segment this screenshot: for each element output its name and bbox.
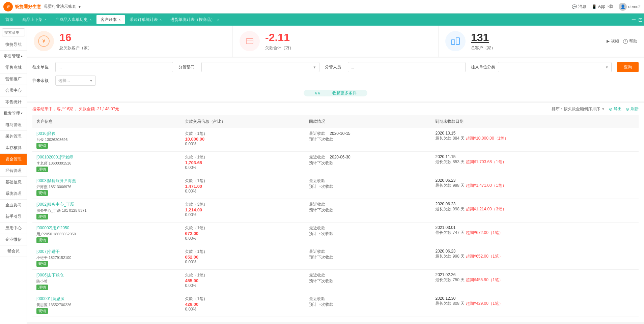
tab-home[interactable]: 首页 xyxy=(1,15,18,24)
avatar: 👤 xyxy=(619,3,627,11)
customer-name[interactable]: [0001020001]李老师 xyxy=(36,154,177,160)
customer-name[interactable]: [000002]用户2050 xyxy=(36,225,177,231)
overdue-amount[interactable]: 超期¥1,471.00（1笔） xyxy=(466,183,506,188)
due-date: 2020.12.30 xyxy=(435,296,635,301)
debt-amount[interactable]: 10,000.00 xyxy=(185,137,301,142)
search-input[interactable] xyxy=(2,28,25,36)
debt-amount[interactable]: 429.00 xyxy=(185,302,301,307)
sidebar-item-operations[interactable]: 经营管理 xyxy=(0,165,27,177)
overdue-amount[interactable]: 超期¥652.00（1笔） xyxy=(466,254,503,259)
user-area[interactable]: 👤 demo2 xyxy=(619,3,641,11)
overdue-amount[interactable]: 超期¥455.90（1笔） xyxy=(466,277,503,282)
sidebar-item-basics[interactable]: 基础信息 xyxy=(0,177,27,188)
customer-cell: [0007]小进干 小进干 18279152100 现销 xyxy=(32,246,181,270)
category-chevron-icon: ▼ xyxy=(605,65,609,69)
collapse-row[interactable]: ∧∧ 收起更多条件 xyxy=(32,89,639,97)
overdue-amount[interactable]: 超期¥10,000.00（1笔） xyxy=(466,136,509,141)
overdue-amount[interactable]: 超期¥1,703.68（1笔） xyxy=(466,159,506,164)
sidebar-item-retail[interactable]: 零售管理 ▲ xyxy=(0,51,27,62)
overdue-amount[interactable]: 超期¥672.00（1笔） xyxy=(466,230,503,235)
store-selector[interactable]: 母婴行业演示账套 ▼ xyxy=(44,4,82,9)
overdue-amount[interactable]: 超期¥1,214.00（3笔） xyxy=(466,207,506,211)
sidebar-item-finance[interactable]: 资金管理 xyxy=(0,154,27,165)
sidebar-item-enterprise[interactable]: 企业协同 xyxy=(0,200,27,211)
debt-amount[interactable]: 455.90 xyxy=(185,278,301,283)
sidebar-item-retail-stats[interactable]: 零售统计 xyxy=(0,96,27,108)
customer-name[interactable]: [0003]畅捷服务尹海燕 xyxy=(36,178,177,184)
tab-instock[interactable]: 进货单统计表（按商品） × xyxy=(166,15,223,24)
filter-row-2: 往来余额 选择... ▼ xyxy=(32,76,639,86)
sidebar-item-retail-mall[interactable]: 零售商城 xyxy=(0,62,27,73)
sidebar-item-member[interactable]: 会员中心 xyxy=(0,85,27,96)
sidebar-ecommerce-label: 电商管理 xyxy=(5,122,22,127)
query-button[interactable]: 查询 xyxy=(617,62,639,72)
tab-production[interactable]: 产成品入库单历史 × xyxy=(51,15,96,24)
stat-label-debt: 欠款合计（万） xyxy=(265,45,293,51)
debt-amount[interactable]: 652.00 xyxy=(185,255,301,260)
customer-cell: [0001020001]李老师 李老师 18600391516 现销 xyxy=(32,152,181,175)
customer-name[interactable]: [0002]服务中心_丁磊 xyxy=(36,202,177,207)
collapse-label: ∧∧ 收起更多条件 xyxy=(304,90,367,96)
sidebar-item-wechat[interactable]: 企业微信 xyxy=(0,234,27,245)
category-select[interactable]: ▼ xyxy=(498,62,612,72)
refresh-btn[interactable]: ⊙ 刷新 xyxy=(626,106,639,112)
minimize-btn[interactable]: ─ xyxy=(632,17,636,23)
table-row: [000001]黄思源 黄思源 13552700226 现销 欠款（1笔） 42… xyxy=(32,293,639,317)
balance-select[interactable]: 选择... ▼ xyxy=(55,76,96,86)
svg-rect-2 xyxy=(246,38,253,44)
person-input[interactable]: ... xyxy=(348,62,466,72)
tab-purchase-close[interactable]: × xyxy=(160,18,162,22)
debt-cell: 欠款（1笔） 429.00 0.00% xyxy=(181,293,305,317)
customer-name[interactable]: [0006]去下粮仓 xyxy=(36,272,177,278)
sidebar-item-system[interactable]: 系统管理 xyxy=(0,188,27,200)
source-unit-input[interactable]: ... xyxy=(55,62,173,72)
debt-amount[interactable]: 1,214.00 xyxy=(185,207,301,212)
table-row: [0003]畅捷服务尹海燕 尹海燕 18513066976 现销 欠款（1笔） … xyxy=(32,175,639,199)
maximize-btn[interactable]: ⊡ xyxy=(638,17,643,23)
tab-purchase[interactable]: 采购订单统计表 × xyxy=(125,15,166,24)
chevron-down-icon: ▲ xyxy=(21,55,23,58)
sidebar-item-vip[interactable]: 畅会员 xyxy=(0,245,27,257)
tab-products[interactable]: 商品上下架 × xyxy=(18,15,51,24)
filter-area: 往来单位 ... 分管部门 ▼ 分管人员 . xyxy=(27,58,644,101)
customer-contact: 用户2050 18665062050 xyxy=(36,232,177,237)
message-btn[interactable]: 💬 消息 xyxy=(572,4,586,9)
customer-contact: 黄思源 13552700226 xyxy=(36,302,177,307)
sidebar-item-ecommerce[interactable]: 电商管理 xyxy=(0,119,27,131)
sidebar-item-newguide[interactable]: 新手引导 xyxy=(0,211,27,223)
balance-placeholder: 选择... xyxy=(58,78,70,84)
debt-pct: 0.00% xyxy=(185,307,301,312)
customer-name[interactable]: [000001]黄思源 xyxy=(36,296,177,302)
app-download-btn[interactable]: 📱 App下载 xyxy=(592,4,613,9)
sidebar-item-marketing[interactable]: 营销推广 xyxy=(0,73,27,85)
debt-amount[interactable]: 1,471.00 xyxy=(185,184,301,189)
overdue-amount[interactable]: 超期¥429.00（1笔） xyxy=(466,301,503,306)
tab-customer[interactable]: 客户账本 × xyxy=(96,15,125,24)
export-btn[interactable]: ⊙ 导出 xyxy=(609,106,622,112)
tab-instock-close[interactable]: × xyxy=(217,18,219,22)
main-layout: 快捷导航 零售管理 ▲ 零售商城 营销推广 会员中心 零售统计 批发管理 ▼ 电 xyxy=(0,26,644,324)
debt-amount[interactable]: 1,703.68 xyxy=(185,160,301,165)
sidebar-item-batch[interactable]: 批发管理 ▼ xyxy=(0,108,27,119)
dept-select[interactable]: ▼ xyxy=(201,62,319,72)
due-date-cell: 2020.06.23 最长欠款 998 天 超期¥1,214.00（3笔） xyxy=(431,199,639,223)
customer-name[interactable]: [0007]小进干 xyxy=(36,249,177,255)
sidebar-item-apps[interactable]: 应用中心 xyxy=(0,223,27,234)
sidebar-item-warehouse[interactable]: 库存核算 xyxy=(0,142,27,154)
tab-production-close[interactable]: × xyxy=(90,18,92,22)
tab-customer-close[interactable]: × xyxy=(119,18,121,22)
overdue-info: 最长欠款 750 天 超期¥455.90（1笔） xyxy=(435,277,635,283)
debt-amount[interactable]: 672.00 xyxy=(185,231,301,236)
customer-name[interactable]: [0016]吕俊 xyxy=(36,131,177,137)
customer-cell: [0006]去下粮仓 陈小希 现销 xyxy=(32,270,181,293)
sidebar-item-quicknav[interactable]: 快捷导航 xyxy=(0,39,27,51)
sidebar-enterprise-label: 企业协同 xyxy=(5,203,22,207)
collection-cell: 最近收款 预计下次收款 xyxy=(305,270,431,293)
sort-select[interactable]: 排序：按欠款金额倒序排序 ▼ xyxy=(552,106,605,112)
view-video-btn[interactable]: ▶ 视频 xyxy=(607,38,619,44)
tab-products-close[interactable]: × xyxy=(45,18,47,22)
stat-label-customers: 总客户（家） xyxy=(471,45,495,51)
sidebar-item-purchase[interactable]: 采购管理 xyxy=(0,131,27,142)
help-btn[interactable]: ? 帮助 xyxy=(623,38,637,44)
debt-pct: 0.00% xyxy=(185,142,301,146)
